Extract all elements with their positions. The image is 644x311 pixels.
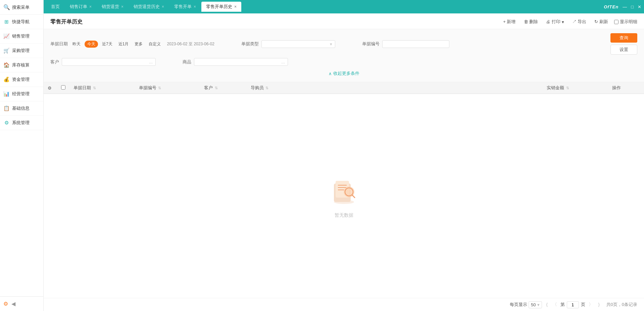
doc-number-input[interactable]: [382, 40, 449, 48]
settings-gear-icon[interactable]: ⚙: [3, 301, 8, 307]
sidebar-item-label: 库存核算: [12, 62, 30, 68]
page-number-input[interactable]: [567, 301, 579, 308]
tab-retail-open-close[interactable]: ×: [194, 4, 196, 9]
sidebar-search[interactable]: 🔍 搜索采单: [0, 0, 43, 15]
tab-sales-return-history-close[interactable]: ×: [162, 4, 164, 9]
tab-sales-return-history[interactable]: 销货退货历史 ×: [129, 2, 169, 12]
shortcut-7days[interactable]: 近7天: [100, 41, 114, 48]
sidebar-item-inventory[interactable]: 🏠 库存核算: [0, 58, 43, 72]
sidebar-item-label: 基础信息: [12, 105, 30, 111]
page-title: 零售开单历史: [50, 18, 83, 25]
window-max-btn[interactable]: □: [631, 4, 634, 9]
collapse-sidebar-icon[interactable]: ◀: [11, 301, 15, 307]
shortcut-today[interactable]: 今天: [85, 41, 98, 48]
print-dropdown-icon: ▾: [562, 19, 564, 24]
col-amount-header[interactable]: 实销金额 ⇅: [543, 82, 608, 94]
shortcut-more[interactable]: 更多: [133, 41, 145, 48]
tab-retail-open-history[interactable]: 零售开单历史 ×: [201, 2, 241, 12]
filter-customer: 客户 ...: [50, 58, 156, 66]
tab-home-label: 首页: [51, 4, 60, 10]
window-close-btn[interactable]: ✕: [638, 4, 641, 9]
shortcut-yesterday[interactable]: 昨天: [70, 41, 83, 48]
page-prev-btn[interactable]: 〈: [551, 301, 558, 308]
sidebar-nav: ⊞ 快捷导航 📈 销售管理 🛒 采购管理 🏠 库存核算 💰 资金管理 📊 经营管…: [0, 15, 43, 296]
shortcut-1month[interactable]: 近1月: [116, 41, 131, 48]
col-customer-label: 客户: [204, 85, 213, 90]
col-settings-icon[interactable]: ⚙: [48, 86, 52, 91]
col-date-header[interactable]: 单据日期 ⇅: [69, 82, 135, 94]
sidebar-item-purchase-mgmt[interactable]: 🛒 采购管理: [0, 44, 43, 58]
shortcut-custom[interactable]: 自定义: [147, 41, 163, 48]
col-action-label: 操作: [612, 85, 621, 90]
print-button[interactable]: 🖨 打印 ▾: [544, 17, 566, 26]
page-size-box[interactable]: 50 ▾: [529, 301, 542, 308]
tab-retail-open-history-label: 零售开单历史: [206, 4, 232, 10]
delete-button[interactable]: 🗑 删除: [522, 17, 540, 26]
page-first-btn[interactable]: ⟨: [545, 301, 549, 308]
doc-type-label: 单据类型: [241, 41, 259, 47]
sidebar-item-sales-mgmt[interactable]: 📈 销售管理: [0, 29, 43, 44]
sidebar-item-system[interactable]: ⚙ 系统管理: [0, 116, 43, 130]
collapse-label: 收起更多条件: [333, 70, 359, 76]
empty-text: 暂无数据: [335, 212, 353, 218]
number-sort-icon: ⇅: [158, 86, 161, 90]
col-settings-header: ⚙: [44, 82, 57, 94]
col-customer-header[interactable]: 客户 ⇅: [200, 82, 247, 94]
col-guide-header[interactable]: 导购员 ⇅: [247, 82, 303, 94]
tab-home[interactable]: 首页: [46, 2, 64, 12]
product-input[interactable]: ...: [194, 58, 288, 66]
tab-sales-return[interactable]: 销货退货 ×: [97, 2, 128, 12]
tab-sales-order-close[interactable]: ×: [89, 4, 92, 9]
sidebar-item-basic-info[interactable]: 📋 基础信息: [0, 101, 43, 116]
refresh-btn-label: ↻ 刷新: [594, 19, 608, 25]
customer-label: 客户: [50, 59, 59, 65]
select-all-checkbox[interactable]: [61, 85, 65, 90]
export-button[interactable]: ↗ 导出: [570, 17, 589, 26]
customer-input[interactable]: ...: [62, 58, 156, 66]
set-button[interactable]: 设置: [610, 45, 637, 55]
sidebar: 🔍 搜索采单 ⊞ 快捷导航 📈 销售管理 🛒 采购管理 🏠 库存核算 💰 资金管…: [0, 0, 44, 311]
page-last-btn[interactable]: ⟩: [597, 301, 601, 308]
data-table: ⚙ 单据日期 ⇅ 单据编号 ⇅: [44, 82, 644, 94]
tab-retail-open[interactable]: 零售开单 ×: [169, 2, 201, 12]
product-label: 商品: [183, 59, 191, 65]
page-next-btn[interactable]: 〉: [587, 301, 595, 308]
page-size-value: 50: [531, 302, 536, 307]
add-button[interactable]: + 新增: [501, 17, 517, 26]
doc-type-select[interactable]: ▾: [261, 40, 335, 48]
sidebar-item-label: 采购管理: [12, 48, 30, 54]
show-detail-input[interactable]: [614, 20, 618, 24]
date-range-display: 2023-06-02 至 2023-06-02: [167, 41, 214, 47]
doc-number-label: 单据编号: [362, 41, 380, 47]
empty-illustration: [327, 173, 361, 207]
sidebar-item-finance[interactable]: 💰 资金管理: [0, 72, 43, 87]
total-count-label: 共0页，0条记录: [606, 302, 637, 308]
tab-sales-order[interactable]: 销售订单 ×: [65, 2, 96, 12]
window-min-btn[interactable]: —: [623, 4, 627, 9]
refresh-button[interactable]: ↻ 刷新: [592, 17, 610, 26]
show-detail-checkbox[interactable]: 显示明细: [614, 19, 637, 25]
query-button[interactable]: 查询: [610, 33, 637, 43]
export-btn-label: ↗ 导出: [572, 19, 587, 25]
sidebar-item-operations[interactable]: 📊 经营管理: [0, 87, 43, 101]
operations-icon: 📊: [3, 91, 9, 97]
col-number-header[interactable]: 单据编号 ⇅: [135, 82, 200, 94]
tab-retail-open-history-close[interactable]: ×: [234, 4, 237, 9]
sidebar-search-label: 搜索采单: [12, 4, 30, 10]
filter-doc-type: 单据类型 ▾: [241, 40, 335, 48]
filter-area: 单据日期 昨天 今天 近7天 近1月 更多 自定义 2023-06-02 至 2…: [44, 29, 644, 82]
tab-sales-return-close[interactable]: ×: [121, 4, 123, 9]
amount-sort-icon: ⇅: [566, 86, 569, 90]
show-detail-label: 显示明细: [620, 19, 637, 25]
add-btn-label: + 新增: [503, 19, 515, 25]
top-nav: 首页 销售订单 × 销货退货 × 销货退货历史 × 零售开单 × 零售开单历史 …: [44, 0, 644, 13]
col-guide-label: 导购员: [251, 85, 264, 90]
collapse-more-btn[interactable]: ∧ 收起更多条件: [50, 69, 637, 78]
table-area: ⚙ 单据日期 ⇅ 单据编号 ⇅: [44, 82, 644, 298]
product-ellipsis-icon: ...: [281, 59, 285, 64]
toolbar: + 新增 🗑 删除 🖨 打印 ▾ ↗ 导出 ↻ 刷新 显示明细: [501, 17, 637, 26]
sidebar-item-quick-nav[interactable]: ⊞ 快捷导航: [0, 15, 43, 29]
purchase-icon: 🛒: [3, 48, 9, 54]
date-sort-icon: ⇅: [93, 86, 96, 90]
system-icon: ⚙: [3, 120, 9, 126]
